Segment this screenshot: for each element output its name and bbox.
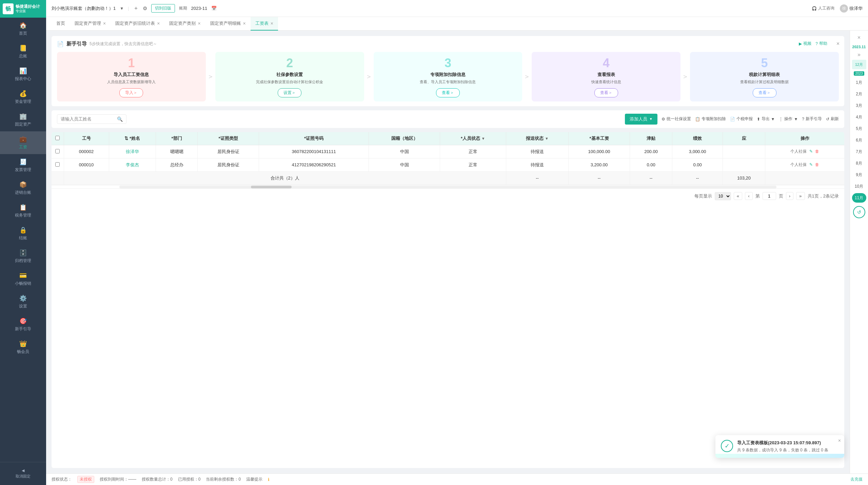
sidebar-item-assets[interactable]: 🏢 固定资产 <box>0 109 46 131</box>
tab-fixed-assets-mgmt[interactable]: 固定资产管理 × <box>70 17 111 31</box>
month-item-10[interactable]: 10月 <box>852 182 866 191</box>
user-info[interactable]: 徐 徐泽华 <box>840 4 863 13</box>
month-item-8[interactable]: 8月 <box>852 158 866 168</box>
row-2-social-button[interactable]: 个人社保 <box>790 162 807 167</box>
month-item-7[interactable]: 7月 <box>852 147 866 156</box>
sidebar-item-guide[interactable]: 🎯 新手引导 <box>0 313 46 336</box>
table-header-report-status[interactable]: 报送状态 ▼ <box>506 132 568 145</box>
onboarding-close-button[interactable]: × <box>836 41 840 47</box>
pay-link[interactable]: 去充值 <box>850 477 863 482</box>
month-item-4[interactable]: 4月 <box>852 112 866 122</box>
sidebar-item-tax[interactable]: 📋 税务管理 <box>0 200 46 222</box>
row-1-checkbox[interactable] <box>55 149 60 153</box>
tab-payroll-close[interactable]: × <box>271 21 273 26</box>
onboarding-video-link[interactable]: ▶ 视频 ? 帮助 <box>799 41 827 46</box>
month-item-11[interactable]: 11月 <box>852 193 866 203</box>
first-page-button[interactable]: « <box>734 192 742 200</box>
row-2-name-link[interactable]: 李俊杰 <box>126 162 139 167</box>
tab-fixed-assets-depreciation[interactable]: 固定资产折旧统计表 × <box>111 17 164 31</box>
tab-fixed-assets-detail-close[interactable]: × <box>243 21 246 26</box>
warn-label: 温馨提示 <box>246 477 262 482</box>
sidebar-item-ledger[interactable]: 📒 总账 <box>0 40 46 63</box>
row-1-social-button[interactable]: 个人社保 <box>790 149 807 154</box>
month-item-3[interactable]: 3月 <box>852 101 866 110</box>
row-1-name-link[interactable]: 徐泽华 <box>126 149 139 154</box>
tab-fixed-assets-category[interactable]: 固定资产类别 × <box>164 17 205 31</box>
sidebar-item-archive[interactable]: 🗄️ 归档管理 <box>0 245 46 268</box>
horizontal-scroll[interactable] <box>52 185 844 188</box>
month-item-6[interactable]: 6月 <box>852 135 866 145</box>
sidebar-item-settings[interactable]: ⚙️ 设置 <box>0 291 46 313</box>
month-item-2[interactable]: 2月 <box>852 89 866 99</box>
sidebar-item-member[interactable]: 👑 畅会员 <box>0 336 46 359</box>
sidebar-item-payroll-label: 工资 <box>19 144 27 150</box>
operations-button[interactable]: ⋮ 操作 ▼ <box>779 116 798 122</box>
version-switch-button[interactable]: 切到旧版 <box>151 4 175 13</box>
tab-fixed-assets-mgmt-close[interactable]: × <box>103 21 106 26</box>
employee-table-container: 工号 ⇅ *姓名 *部门 *证照类型 *证照号码 国籍（地区） *人员状态 ▼ … <box>52 132 844 468</box>
row-2-checkbox[interactable] <box>55 162 60 167</box>
tab-fixed-assets-depreciation-close[interactable]: × <box>157 21 160 26</box>
month-item-5[interactable]: 5月 <box>852 124 866 133</box>
notification-content: 导入工资表模板(2023-03-23 15:07:59.897) 共 9 条数据… <box>737 440 839 453</box>
notification-close-button[interactable]: × <box>838 438 841 443</box>
status-filter-icon[interactable]: ▼ <box>481 136 485 141</box>
tab-payroll[interactable]: 工资表 × <box>251 17 278 31</box>
month-item-1[interactable]: 1月 <box>852 78 866 87</box>
last-page-button[interactable]: » <box>796 192 805 200</box>
sidebar-item-reports[interactable]: 📊 报表中心 <box>0 63 46 86</box>
table-header-name[interactable]: ⇅ *姓名 <box>109 132 156 145</box>
add-account-button[interactable]: ＋ <box>133 5 139 12</box>
panel-close-button[interactable]: × <box>856 33 862 42</box>
sidebar-item-home[interactable]: 🏠 首页 <box>0 18 46 40</box>
scroll-thumb[interactable] <box>251 186 292 188</box>
social-insurance-button[interactable]: ⚙ 统一社保设置 <box>662 116 691 122</box>
sidebar-item-close[interactable]: 🔒 结账 <box>0 222 46 245</box>
select-all-checkbox[interactable] <box>55 136 60 140</box>
step-3-button[interactable]: 查看＞ <box>436 88 460 97</box>
month-item-12[interactable]: 12月 <box>852 60 866 69</box>
report-status-filter-icon[interactable]: ▼ <box>545 136 549 141</box>
support-button[interactable]: 🎧 人工咨询 <box>812 5 834 11</box>
onboarding-step-5: 5 税款计算明细表 查看税款计算过程及明细数据 查看＞ <box>690 52 839 101</box>
onboarding-guide-button[interactable]: ? 新手引导 <box>802 116 822 122</box>
sidebar-item-inventory[interactable]: 📦 进销台账 <box>0 177 46 200</box>
step-5-button[interactable]: 查看＞ <box>753 88 776 97</box>
next-page-button[interactable]: › <box>786 192 793 200</box>
month-item-9[interactable]: 9月 <box>852 170 866 180</box>
tab-home[interactable]: 首页 <box>52 17 70 31</box>
step-2-button[interactable]: 设置＞ <box>278 88 301 97</box>
personal-tax-button[interactable]: 📄 个税申报 <box>730 116 753 122</box>
sidebar-item-invoice[interactable]: 🧾 发票管理 <box>0 154 46 177</box>
account-settings-button[interactable]: ⚙ <box>143 5 147 12</box>
sidebar-item-finance[interactable]: 💰 资金管理 <box>0 86 46 109</box>
refresh-circle-button[interactable]: ↺ <box>853 206 865 218</box>
sidebar-item-assets-label: 固定资产 <box>15 122 31 127</box>
tab-fixed-assets-category-close[interactable]: × <box>198 21 200 26</box>
search-input[interactable] <box>61 116 115 122</box>
sidebar-item-payroll[interactable]: 💼 工资 <box>0 131 46 154</box>
per-page-select[interactable]: 10 20 50 <box>715 192 731 200</box>
export-button[interactable]: ⬆ 导出 ▼ <box>757 116 775 122</box>
special-deduction-button[interactable]: 📋 专项附加扣除 <box>695 116 726 122</box>
row-2-nationality: 中国 <box>369 158 440 171</box>
tab-fixed-assets-detail[interactable]: 固定资产明细账 × <box>205 17 251 31</box>
unpin-button[interactable]: ◀ 取消固定 <box>0 466 46 482</box>
page-input[interactable] <box>763 192 776 200</box>
row-1-edit-button[interactable]: ✎ <box>809 149 813 154</box>
account-dropdown-arrow[interactable]: ▼ <box>120 6 124 11</box>
row-1-delete-button[interactable]: 🗑 <box>815 149 819 154</box>
notification-popup: × ✓ 导入工资表模板(2023-03-23 15:07:59.897) 共 9… <box>715 435 844 458</box>
row-2-edit-button[interactable]: ✎ <box>809 162 813 167</box>
row-2-delete-button[interactable]: 🗑 <box>815 162 819 167</box>
table-header-status[interactable]: *人员状态 ▼ <box>440 132 506 145</box>
prev-page-button[interactable]: ‹ <box>745 192 752 200</box>
warn-icon[interactable]: ℹ <box>268 477 270 482</box>
refresh-button[interactable]: ↺ 刷新 <box>826 116 839 122</box>
step-4-button[interactable]: 查看＞ <box>594 88 618 97</box>
panel-expand-button[interactable]: » <box>857 52 861 58</box>
step-1-button[interactable]: 导入＞ <box>119 88 143 97</box>
add-person-button[interactable]: 添加人员 ▼ <box>625 114 657 125</box>
calendar-icon[interactable]: 📅 <box>211 6 217 11</box>
sidebar-item-expense[interactable]: 💳 小畅报销 <box>0 268 46 291</box>
